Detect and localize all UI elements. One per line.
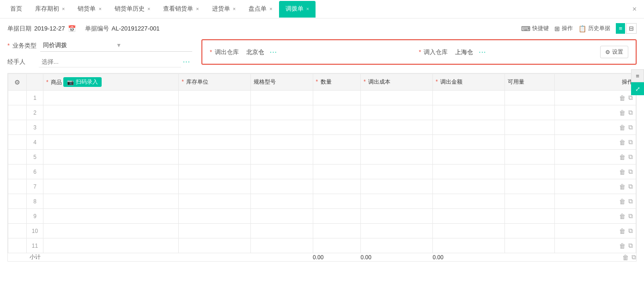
product-cell-6[interactable]: [43, 165, 179, 179]
shortcuts-button[interactable]: ⌨ 快捷键: [521, 24, 549, 32]
product-cell-2[interactable]: [43, 105, 179, 120]
cost-cell-5[interactable]: [360, 150, 432, 165]
available-cell-10[interactable]: [505, 224, 555, 238]
amount-cell-8[interactable]: [433, 194, 505, 209]
cost-cell-2[interactable]: [360, 105, 432, 120]
qty-cell-8[interactable]: [313, 194, 360, 209]
gear-header[interactable]: ⚙: [8, 74, 27, 91]
copy-icon-9[interactable]: ⧉: [628, 212, 633, 220]
available-cell-1[interactable]: [505, 91, 555, 105]
in-warehouse-value[interactable]: 上海仓: [455, 48, 473, 56]
qty-cell-6[interactable]: [313, 165, 360, 179]
spec-cell-2[interactable]: [251, 105, 313, 120]
person-input[interactable]: [39, 56, 181, 67]
out-warehouse-value[interactable]: 北京仓: [246, 48, 264, 56]
spec-cell-7[interactable]: [251, 179, 313, 194]
qty-cell-10[interactable]: [313, 224, 360, 238]
available-cell-3[interactable]: [505, 120, 555, 135]
trash-icon-8[interactable]: 🗑: [619, 198, 626, 205]
product-cell-8[interactable]: [43, 194, 179, 209]
cost-cell-6[interactable]: [360, 165, 432, 179]
business-type-dropdown[interactable]: 同价调拨 ▼: [40, 39, 192, 52]
trash-icon-3[interactable]: 🗑: [619, 124, 626, 131]
scan-input-button[interactable]: 📷 扫码录入: [63, 77, 102, 87]
tab-view-sales[interactable]: 查看销货单 ×: [157, 1, 205, 18]
product-cell-3[interactable]: [43, 120, 179, 135]
copy-icon-5[interactable]: ⧉: [628, 153, 633, 161]
tab-close-view-sales[interactable]: ×: [196, 6, 199, 12]
cost-cell-9[interactable]: [360, 209, 432, 224]
available-cell-7[interactable]: [505, 179, 555, 194]
amount-cell-10[interactable]: [433, 224, 505, 238]
copy-icon-11[interactable]: ⧉: [628, 242, 633, 250]
subtotal-copy-icon[interactable]: ⧉: [632, 253, 636, 261]
spec-cell-6[interactable]: [251, 165, 313, 179]
sidebar-list-icon[interactable]: ≡: [631, 69, 644, 82]
trash-icon-9[interactable]: 🗑: [619, 213, 626, 220]
spec-cell-8[interactable]: [251, 194, 313, 209]
product-cell-9[interactable]: [43, 209, 179, 224]
sidebar-expand-icon[interactable]: ⤢: [631, 82, 644, 95]
product-cell-11[interactable]: [43, 238, 179, 253]
spec-cell-1[interactable]: [251, 91, 313, 105]
person-more-button[interactable]: ···: [181, 58, 192, 66]
tab-home[interactable]: 首页: [4, 1, 29, 18]
qty-cell-1[interactable]: [313, 91, 360, 105]
amount-cell-2[interactable]: [433, 105, 505, 120]
qty-cell-9[interactable]: [313, 209, 360, 224]
unit-cell-5[interactable]: [179, 150, 251, 165]
unit-cell-9[interactable]: [179, 209, 251, 224]
tab-close-purchase-order[interactable]: ×: [233, 6, 236, 12]
spec-cell-5[interactable]: [251, 150, 313, 165]
trash-icon-10[interactable]: 🗑: [619, 227, 626, 235]
product-cell-10[interactable]: [43, 224, 179, 238]
tab-inventory-init[interactable]: 库存期初 ×: [29, 1, 71, 18]
history-button[interactable]: 📋 历史单据: [578, 24, 610, 32]
qty-cell-2[interactable]: [313, 105, 360, 120]
copy-icon-6[interactable]: ⧉: [628, 168, 633, 176]
cost-cell-4[interactable]: [360, 135, 432, 150]
unit-cell-11[interactable]: [179, 238, 251, 253]
trash-icon-11[interactable]: 🗑: [619, 242, 626, 250]
trash-icon-4[interactable]: 🗑: [619, 139, 626, 146]
copy-icon-2[interactable]: ⧉: [628, 109, 633, 116]
settings-button[interactable]: ⚙ 设置: [600, 46, 628, 58]
available-cell-4[interactable]: [505, 135, 555, 150]
in-warehouse-more-button[interactable]: ···: [477, 48, 488, 56]
qty-cell-5[interactable]: [313, 150, 360, 165]
copy-icon-7[interactable]: ⧉: [628, 183, 633, 190]
unit-cell-6[interactable]: [179, 165, 251, 179]
gear-column-icon[interactable]: ⚙: [14, 79, 20, 86]
list-view-option[interactable]: ≡: [616, 23, 625, 34]
unit-cell-10[interactable]: [179, 224, 251, 238]
copy-icon-10[interactable]: ⧉: [628, 227, 633, 235]
subtotal-trash-icon[interactable]: 🗑: [622, 254, 629, 261]
qty-cell-7[interactable]: [313, 179, 360, 194]
spec-cell-9[interactable]: [251, 209, 313, 224]
available-cell-2[interactable]: [505, 105, 555, 120]
cost-cell-11[interactable]: [360, 238, 432, 253]
trash-icon-6[interactable]: 🗑: [619, 168, 626, 176]
cost-cell-7[interactable]: [360, 179, 432, 194]
calendar-icon[interactable]: 📅: [68, 25, 76, 32]
amount-cell-5[interactable]: [433, 150, 505, 165]
amount-cell-7[interactable]: [433, 179, 505, 194]
amount-cell-11[interactable]: [433, 238, 505, 253]
copy-icon-8[interactable]: ⧉: [628, 197, 633, 205]
available-cell-9[interactable]: [505, 209, 555, 224]
cost-cell-1[interactable]: [360, 91, 432, 105]
trash-icon-1[interactable]: 🗑: [619, 94, 626, 102]
amount-cell-6[interactable]: [433, 165, 505, 179]
copy-icon-4[interactable]: ⧉: [628, 138, 633, 146]
qty-cell-3[interactable]: [313, 120, 360, 135]
unit-cell-1[interactable]: [179, 91, 251, 105]
unit-cell-4[interactable]: [179, 135, 251, 150]
trash-icon-7[interactable]: 🗑: [619, 183, 626, 190]
tab-close-sales-order[interactable]: ×: [98, 6, 101, 12]
available-cell-6[interactable]: [505, 165, 555, 179]
unit-cell-8[interactable]: [179, 194, 251, 209]
tab-close-transfer-order[interactable]: ×: [306, 6, 309, 12]
amount-cell-9[interactable]: [433, 209, 505, 224]
tab-close-inventory-count[interactable]: ×: [269, 6, 272, 12]
qty-cell-11[interactable]: [313, 238, 360, 253]
